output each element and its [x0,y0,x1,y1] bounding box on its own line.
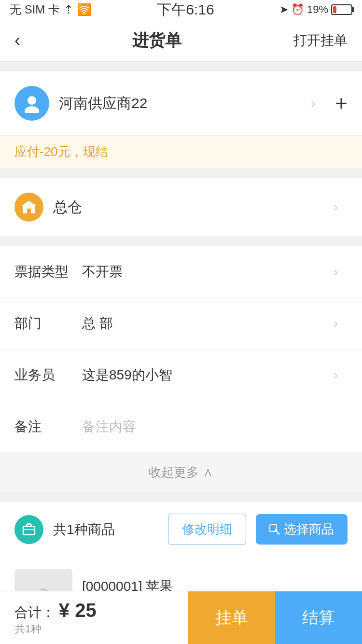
svg-point-0 [28,96,36,105]
edit-detail-button[interactable]: 修改明细 [168,514,246,545]
section-gap-1 [0,62,362,71]
warehouse-svg [21,199,37,215]
back-button[interactable]: ‹ [14,30,20,51]
battery-fill [333,6,336,13]
salesperson-chevron-icon: › [334,367,338,383]
svg-rect-4 [27,209,31,213]
total-row: 合计： ¥ 25 [14,600,174,622]
product-section-icon [14,515,43,544]
warehouse-icon [14,193,43,222]
department-label: 部门 [14,314,82,333]
salesperson-value: 这是859的小智 [82,366,334,384]
total-label: 合计： [14,605,55,620]
invoice-chevron-icon: › [334,264,338,280]
battery-percent: 19% [307,3,328,16]
carrier-label: 无 SIM 卡 [10,2,60,17]
wifi-icon: ⇡ [64,3,73,16]
open-hang-button[interactable]: 打开挂单 [293,31,348,50]
warehouse-row[interactable]: 总仓 › [0,178,362,236]
salesperson-row[interactable]: 业务员 这是859的小智 › [0,349,362,401]
nav-bar: ‹ 进货单 打开挂单 [0,19,362,62]
warehouse-name: 总仓 [53,197,334,217]
time-label: 下午6:16 [157,0,214,20]
supplier-chevron-icon: › [311,96,315,111]
product-header: 共1种商品 修改明细 选择商品 [0,492,362,557]
supplier-card: 河南供应商22 › + 应付-20元，现结 [0,71,362,168]
status-right: ➤ ⏰ 19% [279,3,352,16]
svg-rect-5 [23,526,35,534]
location-icon: ➤ [279,3,288,16]
battery-icon [331,4,352,15]
svg-marker-3 [22,201,36,206]
product-count: 共1种商品 [53,520,158,539]
checkout-button[interactable]: 结算 [275,591,362,644]
invoice-value: 不开票 [82,263,334,281]
section-gap-2 [0,168,362,178]
select-product-label: 选择商品 [284,521,334,538]
warehouse-chevron-icon: › [334,199,338,215]
department-row[interactable]: 部门 总 部 › [0,297,362,349]
supplier-avatar [14,86,49,121]
section-gap-3 [0,236,362,246]
form-card: 票据类型 不开票 › 部门 总 部 › 业务员 这是859的小智 › 备注 备注… [0,246,362,452]
total-sub: 共1种 [14,622,174,636]
collapse-button[interactable]: 收起更多 ∧ [0,452,362,492]
department-chevron-icon: › [334,316,338,331]
remark-label: 备注 [14,418,82,436]
total-amount: ¥ 25 [59,600,97,621]
total-section: 合计： ¥ 25 共1种 [0,591,188,644]
bottom-bar: 合计： ¥ 25 共1种 挂单 结算 [0,591,362,644]
remark-input[interactable]: 备注内容 [82,418,348,436]
divider [325,94,325,113]
hang-button[interactable]: 挂单 [188,591,275,644]
supplier-name: 河南供应商22 [59,94,311,113]
invoice-type-row[interactable]: 票据类型 不开票 › [0,246,362,297]
svg-point-1 [25,106,39,113]
warehouse-card: 总仓 › [0,178,362,236]
user-icon [22,94,42,113]
invoice-label: 票据类型 [14,263,82,281]
remark-row[interactable]: 备注 备注内容 [0,401,362,452]
add-button[interactable]: + [335,93,348,114]
supplier-row[interactable]: 河南供应商22 › + [0,71,362,136]
payment-notice: 应付-20元，现结 [0,136,362,168]
page-title: 进货单 [132,29,181,52]
department-value: 总 部 [82,314,334,333]
status-bar: 无 SIM 卡 ⇡ 🛜 下午6:16 ➤ ⏰ 19% [0,0,362,19]
salesperson-label: 业务员 [14,366,82,384]
wifi-signal: 🛜 [77,3,92,16]
status-left: 无 SIM 卡 ⇡ 🛜 [10,2,92,17]
cart-icon [21,521,37,538]
select-icon [269,524,280,535]
select-product-button[interactable]: 选择商品 [256,514,348,545]
alarm-icon: ⏰ [291,3,304,16]
